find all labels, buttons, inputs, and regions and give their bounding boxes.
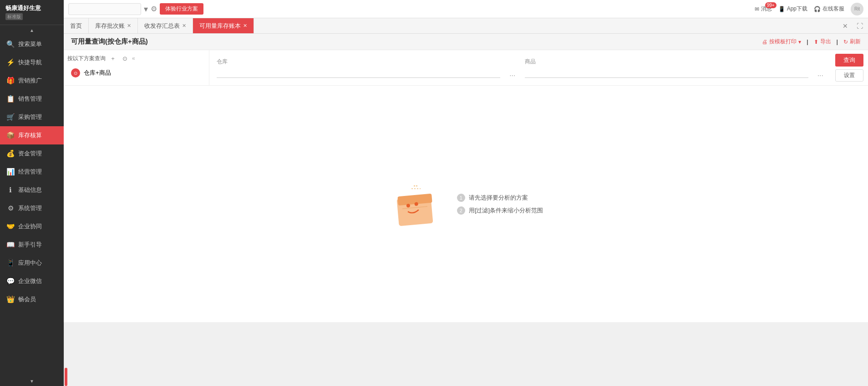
- field-settings-button[interactable]: 设置: [835, 69, 863, 82]
- purchase-icon: 🛒: [6, 113, 15, 121]
- app-download-icon: 📱: [778, 6, 785, 12]
- message-button[interactable]: ✉ 消息 99+: [755, 5, 772, 13]
- sidebar-item-label: 资金管理: [18, 149, 42, 158]
- sidebar-item-label: 搜索菜单: [18, 40, 42, 48]
- sidebar-item-management[interactable]: 📊 经营管理: [0, 163, 64, 181]
- sidebar: 畅康通好生意 标准版 ▲ 🔍 搜索菜单 ⚡ 快捷导航 🎁 营销推广 📋 销售管理…: [0, 0, 64, 386]
- sidebar-scroll-up[interactable]: ▲: [0, 25, 64, 35]
- app-download-button[interactable]: 📱 App下载: [778, 5, 807, 13]
- empty-svg: [389, 181, 443, 232]
- query-button[interactable]: 查询: [835, 54, 863, 67]
- refresh-label: 刷新: [850, 38, 861, 46]
- refresh-action[interactable]: ↻ 刷新: [843, 38, 861, 46]
- export-action[interactable]: ⬆ 导出: [814, 38, 831, 46]
- sidebar-item-newbie[interactable]: 📖 新手引导: [0, 236, 64, 254]
- member-icon: 👑: [6, 295, 15, 304]
- query-scheme-panel: 按以下方案查询 + ⊙ « ⊙ 仓库+商品: [64, 50, 209, 85]
- appstore-icon: 📱: [6, 259, 15, 267]
- export-label: 导出: [820, 38, 831, 46]
- sidebar-item-finance[interactable]: 💰 资金管理: [0, 144, 64, 163]
- scheme-settings-button[interactable]: ⊙: [120, 54, 129, 63]
- sidebar-scroll-down[interactable]: ▼: [0, 376, 64, 386]
- newbie-icon: 📖: [6, 241, 15, 249]
- sidebar-item-collab[interactable]: 🤝 企业协同: [0, 217, 64, 236]
- tab-inventory-batch-label: 库存批次账: [95, 22, 125, 30]
- page-content: 可用量查询(按仓库+商品) 🖨 按模板打印 ▾ | ⬆ 导出 | ↻ 刷新: [64, 34, 868, 322]
- goods-field-group: 商品: [525, 58, 808, 78]
- sidebar-item-member[interactable]: 👑 畅会员: [0, 290, 64, 309]
- user-avatar[interactable]: Rit: [851, 3, 863, 15]
- global-search-input[interactable]: [68, 3, 141, 15]
- page-actions: 🖨 按模板打印 ▾ | ⬆ 导出 | ↻ 刷新: [762, 38, 861, 46]
- warehouse-label: 仓库: [217, 58, 500, 66]
- sidebar-item-label: 库存核算: [18, 131, 42, 139]
- wechat-icon: 💬: [6, 277, 15, 285]
- sidebar-item-purchase[interactable]: 🛒 采购管理: [0, 108, 64, 126]
- print-action[interactable]: 🖨 按模板打印 ▾: [762, 38, 801, 46]
- tab-inventory-batch-close[interactable]: ✕: [127, 23, 131, 29]
- sidebar-item-appstore[interactable]: 📱 应用中心: [0, 254, 64, 272]
- print-dropdown-icon[interactable]: ▾: [798, 39, 801, 45]
- separator-1: |: [807, 38, 808, 45]
- separator-2: |: [837, 38, 838, 45]
- goods-label: 商品: [525, 58, 808, 66]
- warehouse-field-group: 仓库: [217, 58, 500, 78]
- empty-state: 1 请先选择要分析的方案 2 用[过滤]条件来缩小分析范围: [64, 86, 868, 322]
- main-area: ▾ ⚙ 体验行业方案 ✉ 消息 99+ 📱 App下载 🎧 在线客服 Rit: [64, 0, 868, 386]
- inventory-icon: 📦: [6, 131, 15, 139]
- page-title: 可用量查询(按仓库+商品): [71, 37, 148, 46]
- sidebar-logo: 畅康通好生意 标准版: [0, 0, 64, 25]
- tab-stocksummary-label: 收发存汇总表: [144, 22, 180, 30]
- sidebar-item-label: 采购管理: [18, 113, 42, 121]
- online-service-button[interactable]: 🎧 在线客服: [814, 5, 844, 13]
- goods-input[interactable]: [525, 67, 808, 78]
- top-bar-left: ▾ ⚙ 体验行业方案: [68, 3, 751, 15]
- message-icon: ✉: [755, 6, 759, 12]
- scheme-item-label: 仓库+商品: [84, 69, 111, 77]
- management-icon: 📊: [6, 168, 15, 176]
- scrollbar-handle[interactable]: [65, 368, 67, 386]
- sidebar-item-marketing[interactable]: 🎁 营销推广: [0, 72, 64, 90]
- goods-dots[interactable]: ···: [817, 72, 823, 82]
- sidebar-scroll: 🔍 搜索菜单 ⚡ 快捷导航 🎁 营销推广 📋 销售管理 🛒 采购管理 📦 库存核…: [0, 35, 64, 376]
- trial-button[interactable]: 体验行业方案: [160, 3, 203, 15]
- tab-inventory-batch[interactable]: 库存批次账 ✕: [89, 18, 138, 34]
- tab-available-stock[interactable]: 可用量库存账本 ✕: [193, 18, 254, 34]
- online-service-label: 在线客服: [822, 5, 844, 13]
- warehouse-input[interactable]: [217, 67, 500, 78]
- sidebar-item-wechat[interactable]: 💬 企业微信: [0, 272, 64, 290]
- add-scheme-button[interactable]: +: [108, 54, 117, 63]
- tip-num-1: 1: [457, 194, 465, 202]
- sidebar-item-basic[interactable]: ℹ 基础信息: [0, 181, 64, 199]
- scheme-item-warehouse-goods[interactable]: ⊙ 仓库+商品: [67, 66, 205, 80]
- dropdown-icon[interactable]: ▾: [144, 4, 148, 14]
- finance-icon: 💰: [6, 149, 15, 158]
- query-area: 按以下方案查询 + ⊙ « ⊙ 仓库+商品: [64, 50, 868, 86]
- tab-stocksummary-close[interactable]: ✕: [182, 23, 186, 29]
- tab-home-label: 首页: [70, 22, 82, 30]
- marketing-icon: 🎁: [6, 77, 15, 85]
- tab-expand-btn[interactable]: ⛶: [853, 20, 866, 32]
- sidebar-item-quicknav[interactable]: ⚡ 快捷导航: [0, 53, 64, 72]
- print-label: 按模板打印: [769, 38, 797, 46]
- tab-home[interactable]: 首页: [64, 18, 89, 34]
- sidebar-item-label: 基础信息: [18, 186, 42, 194]
- tip-text-1: 请先选择要分析的方案: [469, 194, 528, 202]
- tip-text-2: 用[过滤]条件来缩小分析范围: [469, 206, 543, 215]
- tab-available-stock-close[interactable]: ✕: [243, 23, 247, 29]
- query-fields: 仓库 ··· 商品 ···: [209, 50, 831, 85]
- sidebar-item-label: 应用中心: [18, 259, 42, 267]
- sidebar-item-inventory[interactable]: 📦 库存核算: [0, 126, 64, 144]
- warehouse-dots[interactable]: ···: [509, 72, 515, 82]
- scheme-settings-icon: ⊙: [122, 55, 127, 62]
- tab-stocksummary[interactable]: 收发存汇总表 ✕: [138, 18, 193, 34]
- collapse-button[interactable]: «: [132, 55, 135, 62]
- sidebar-item-sales[interactable]: 📋 销售管理: [0, 90, 64, 108]
- sidebar-item-system[interactable]: ⚙ 系统管理: [0, 199, 64, 217]
- gear-icon[interactable]: ⚙: [151, 5, 157, 13]
- sidebar-item-search[interactable]: 🔍 搜索菜单: [0, 35, 64, 53]
- refresh-icon: ↻: [843, 39, 848, 45]
- sidebar-item-label: 营销推广: [18, 77, 42, 85]
- tab-close-btn[interactable]: ✕: [839, 20, 852, 32]
- service-icon: 🎧: [814, 6, 821, 12]
